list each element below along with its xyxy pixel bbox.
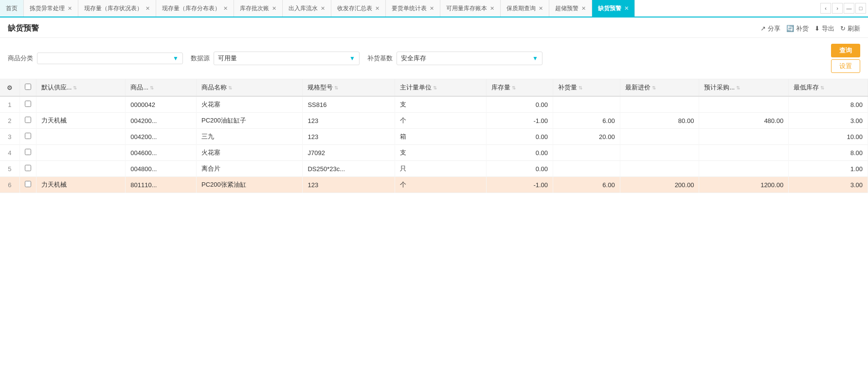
tab-item-inventory-status[interactable]: 现存量（库存状况表）✕ <box>78 0 156 17</box>
row-index: 3 <box>0 129 19 145</box>
row-supplier <box>36 145 126 161</box>
tab-close-icon[interactable]: ✕ <box>430 5 434 12</box>
tab-close-icon[interactable]: ✕ <box>223 5 228 12</box>
row-latest-price: 200.00 <box>620 177 699 193</box>
tab-item-available-ledger[interactable]: 可用量库存账本✕ <box>440 0 501 17</box>
tab-close-icon[interactable]: ✕ <box>490 5 494 12</box>
tab-close-icon[interactable]: ✕ <box>321 5 325 12</box>
tab-label: 库存批次账 <box>240 4 269 13</box>
tab-item-home[interactable]: 首页 <box>0 0 24 17</box>
row-unit: 只 <box>395 161 486 177</box>
tab-item-order-stats[interactable]: 要货单统计表✕ <box>386 0 440 17</box>
tab-nav-buttons: ‹ › — □ <box>818 3 868 14</box>
tab-minimize-button[interactable]: — <box>844 3 854 14</box>
th-estimated-purchase[interactable]: 预计采购... ⇅ <box>699 79 789 96</box>
row-min-stock: 8.00 <box>789 96 868 113</box>
row-supplier <box>36 129 126 145</box>
tab-label: 保质期查询 <box>506 4 536 13</box>
row-checkbox-cell[interactable] <box>19 113 36 129</box>
row-checkbox[interactable] <box>25 181 31 187</box>
th-product-name[interactable]: 商品名称 ⇅ <box>197 79 303 96</box>
tab-close-icon[interactable]: ✕ <box>624 5 629 12</box>
row-checkbox[interactable] <box>25 165 31 171</box>
tab-close-icon[interactable]: ✕ <box>375 5 380 12</box>
row-latest-price <box>620 96 699 113</box>
row-unit: 支 <box>395 96 486 113</box>
row-replenish-qty <box>553 145 620 161</box>
tab-label: 可用量库存账本 <box>446 4 487 13</box>
tab-item-receive-summary[interactable]: 收发存汇总表✕ <box>331 0 386 17</box>
refresh-button[interactable]: ↻ 刷新 <box>840 24 860 33</box>
tab-maximize-button[interactable]: □ <box>855 3 866 14</box>
replenish-basis-select[interactable]: 安全库存 ▼ <box>397 52 542 65</box>
tab-close-icon[interactable]: ✕ <box>272 5 276 12</box>
share-icon: ↗ <box>760 25 766 32</box>
replenish-button[interactable]: 🔄 补货 <box>786 24 809 33</box>
row-stock: 0.00 <box>486 129 553 145</box>
tab-close-icon[interactable]: ✕ <box>581 5 586 12</box>
th-replenish-qty[interactable]: 补货量 ⇅ <box>553 79 620 96</box>
th-product-code[interactable]: 商品... ⇅ <box>126 79 197 96</box>
row-checkbox-cell[interactable] <box>19 145 36 161</box>
share-button[interactable]: ↗ 分享 <box>760 24 780 33</box>
th-checkbox[interactable] <box>19 79 36 96</box>
tab-close-icon[interactable]: ✕ <box>68 5 72 12</box>
table-row: 6 力天机械 801110... PC200张紧油缸 123 个 -1.00 6… <box>0 177 868 193</box>
row-replenish-qty: 6.00 <box>553 177 620 193</box>
th-settings[interactable]: ⚙ <box>0 79 19 96</box>
tab-item-inventory-dist[interactable]: 现存量（库存分布表）✕ <box>156 0 234 17</box>
sort-icon-stock: ⇅ <box>512 85 516 90</box>
th-min-stock[interactable]: 最低库存 ⇅ <box>789 79 868 96</box>
page-content: 缺货预警 ↗ 分享 🔄 补货 ⬇ 导出 ↻ 刷新 商品分类 <box>0 18 868 387</box>
query-button[interactable]: 查询 <box>831 44 860 57</box>
tab-label: 现存量（库存状况表） <box>84 4 143 13</box>
datasource-filter-group: 数据源 可用量 ▼ <box>191 52 360 65</box>
th-spec[interactable]: 规格型号 ⇅ <box>303 79 395 96</box>
row-product-code: 004600... <box>126 145 197 161</box>
tab-label: 拣货异常处理 <box>30 4 65 13</box>
tab-label: 缺货预警 <box>598 4 621 13</box>
tab-item-inout-flow[interactable]: 出入库流水✕ <box>283 0 331 17</box>
tab-close-icon[interactable]: ✕ <box>539 5 543 12</box>
category-select[interactable]: ▼ <box>37 53 183 64</box>
tab-item-overstock[interactable]: 超储预警✕ <box>549 0 592 17</box>
replenish-icon: 🔄 <box>786 25 794 32</box>
row-checkbox-cell[interactable] <box>19 161 36 177</box>
row-estimated-purchase <box>699 161 789 177</box>
sort-icon-replenish: ⇅ <box>579 85 582 90</box>
replenish-basis-value: 安全库存 <box>401 54 426 63</box>
tab-prev-button[interactable]: ‹ <box>820 3 831 14</box>
select-all-checkbox[interactable] <box>25 84 31 90</box>
table-row: 3 004200... 三九 123 箱 0.00 20.00 10.00 <box>0 129 868 145</box>
datasource-select[interactable]: 可用量 ▼ <box>214 52 360 65</box>
tab-item-shortage[interactable]: 缺货预警✕ <box>592 0 635 17</box>
th-unit[interactable]: 主计量单位 ⇅ <box>395 79 486 96</box>
tab-item-expiry[interactable]: 保质期查询✕ <box>501 0 549 17</box>
row-checkbox-cell[interactable] <box>19 129 36 145</box>
filter-bar: 商品分类 ▼ 数据源 可用量 ▼ 补货基数 安全库存 ▼ 查询 设置 <box>0 38 868 79</box>
tab-close-icon[interactable]: ✕ <box>145 5 150 12</box>
tab-next-button[interactable]: › <box>832 3 843 14</box>
refresh-icon: ↻ <box>840 25 846 32</box>
table-row: 2 力天机械 004200... PC200油缸缸子 123 个 -1.00 6… <box>0 113 868 129</box>
row-checkbox[interactable] <box>25 133 31 139</box>
row-checkbox[interactable] <box>25 149 31 155</box>
th-default-supplier[interactable]: 默认供应... ⇅ <box>36 79 126 96</box>
row-estimated-purchase <box>699 145 789 161</box>
tab-item-exception[interactable]: 拣货异常处理✕ <box>24 0 78 17</box>
settings-button[interactable]: 设置 <box>831 59 860 73</box>
row-estimated-purchase: 1200.00 <box>699 177 789 193</box>
row-estimated-purchase <box>699 129 789 145</box>
table-row: 5 004800... 离合片 DS250*23c... 只 0.00 1.00 <box>0 161 868 177</box>
row-index: 4 <box>0 145 19 161</box>
tab-label: 要货单统计表 <box>392 4 427 13</box>
th-stock[interactable]: 库存量 ⇅ <box>486 79 553 96</box>
row-checkbox[interactable] <box>25 117 31 123</box>
row-estimated-purchase: 480.00 <box>699 113 789 129</box>
export-button[interactable]: ⬇ 导出 <box>814 24 834 33</box>
th-latest-price[interactable]: 最新进价 ⇅ <box>620 79 699 96</box>
row-checkbox-cell[interactable] <box>19 177 36 193</box>
row-checkbox-cell[interactable] <box>19 96 36 113</box>
tab-item-batch[interactable]: 库存批次账✕ <box>234 0 283 17</box>
row-checkbox[interactable] <box>25 101 31 107</box>
